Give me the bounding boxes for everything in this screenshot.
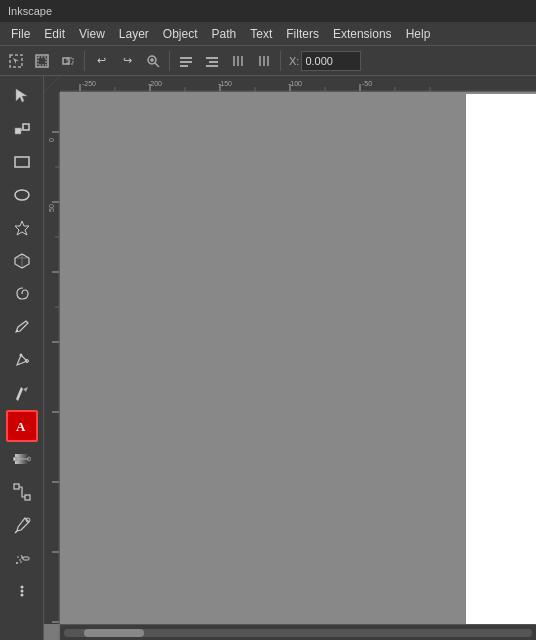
- svg-rect-23: [15, 157, 29, 167]
- tool-pen[interactable]: [6, 344, 38, 376]
- tool-connector[interactable]: [6, 476, 38, 508]
- toolbar-sep-1: [84, 51, 85, 71]
- toolbar-zoom-in[interactable]: [141, 49, 165, 73]
- menu-bar: File Edit View Layer Object Path Text Fi…: [0, 22, 536, 46]
- svg-marker-25: [15, 221, 29, 235]
- tool-rectangle[interactable]: [6, 146, 38, 178]
- ruler-left: 0 50: [44, 92, 60, 624]
- svg-line-6: [155, 63, 159, 67]
- svg-rect-41: [23, 557, 29, 560]
- menu-edit[interactable]: Edit: [37, 25, 72, 43]
- svg-rect-11: [180, 65, 188, 67]
- svg-rect-22: [23, 124, 29, 130]
- svg-text:-250: -250: [82, 80, 96, 87]
- canvas-area[interactable]: -250 -200 -150 -100 -50: [44, 76, 536, 640]
- title-text: Inkscape: [8, 5, 52, 17]
- document-page: [466, 94, 536, 624]
- scrollbar-horizontal[interactable]: [60, 624, 536, 640]
- left-toolbar: A: [0, 76, 44, 640]
- svg-rect-4: [67, 58, 73, 64]
- canvas-background: [60, 92, 466, 624]
- menu-text[interactable]: Text: [243, 25, 279, 43]
- main-area: A: [0, 76, 536, 640]
- menu-view[interactable]: View: [72, 25, 112, 43]
- scrollbar-thumb[interactable]: [84, 629, 144, 637]
- svg-point-40: [20, 561, 22, 563]
- svg-rect-2: [38, 57, 46, 65]
- svg-text:-150: -150: [218, 80, 232, 87]
- menu-object[interactable]: Object: [156, 25, 205, 43]
- svg-rect-33: [14, 484, 19, 489]
- menu-file[interactable]: File: [4, 25, 37, 43]
- svg-text:A: A: [16, 419, 26, 434]
- toolbar-select-touch[interactable]: [56, 49, 80, 73]
- tool-text[interactable]: A: [6, 410, 38, 442]
- svg-text:-50: -50: [362, 80, 372, 87]
- toolbar-select-in-all[interactable]: [30, 49, 54, 73]
- svg-rect-14: [206, 65, 218, 67]
- svg-rect-9: [180, 57, 192, 59]
- svg-rect-10: [180, 61, 192, 63]
- tool-pencil[interactable]: [6, 311, 38, 343]
- svg-text:0: 0: [48, 138, 55, 142]
- toolbar-undo[interactable]: ↩: [89, 49, 113, 73]
- toolbar-btn1[interactable]: [174, 49, 198, 73]
- toolbar: ↩ ↪: [0, 46, 536, 76]
- svg-point-26: [19, 354, 22, 357]
- svg-point-37: [19, 559, 21, 561]
- canvas-content[interactable]: [60, 92, 536, 624]
- tool-calligraphy[interactable]: [6, 377, 38, 409]
- ruler-corner: [44, 76, 60, 92]
- svg-rect-13: [209, 61, 218, 63]
- scrollbar-track: [64, 629, 532, 637]
- toolbar-btn2[interactable]: [200, 49, 224, 73]
- tool-eyedropper[interactable]: [6, 509, 38, 541]
- coord-x-input[interactable]: [301, 51, 361, 71]
- svg-text:50: 50: [48, 204, 55, 212]
- svg-text:-200: -200: [148, 80, 162, 87]
- menu-path[interactable]: Path: [205, 25, 244, 43]
- svg-rect-3: [63, 58, 69, 64]
- svg-point-24: [15, 190, 29, 200]
- coord-x-label: X:: [289, 55, 299, 67]
- svg-point-36: [16, 562, 18, 564]
- tool-node[interactable]: [6, 113, 38, 145]
- tool-ellipse[interactable]: [6, 179, 38, 211]
- tool-selector[interactable]: [6, 80, 38, 112]
- tool-3dbox[interactable]: [6, 245, 38, 277]
- toolbar-btn3[interactable]: [226, 49, 250, 73]
- ruler-top: -250 -200 -150 -100 -50: [60, 76, 536, 92]
- toolbar-redo[interactable]: ↪: [115, 49, 139, 73]
- svg-text:-100: -100: [288, 80, 302, 87]
- svg-rect-12: [206, 57, 218, 59]
- tool-spray[interactable]: [6, 542, 38, 574]
- tool-more[interactable]: [6, 575, 38, 607]
- menu-filters[interactable]: Filters: [279, 25, 326, 43]
- toolbar-sep-3: [280, 51, 281, 71]
- toolbar-select-all[interactable]: [4, 49, 28, 73]
- tool-star[interactable]: [6, 212, 38, 244]
- title-bar: Inkscape: [0, 0, 536, 22]
- toolbar-btn4[interactable]: [252, 49, 276, 73]
- svg-point-38: [17, 556, 19, 558]
- menu-extensions[interactable]: Extensions: [326, 25, 399, 43]
- tool-gradient[interactable]: [6, 443, 38, 475]
- menu-help[interactable]: Help: [399, 25, 438, 43]
- svg-point-44: [20, 594, 23, 597]
- menu-layer[interactable]: Layer: [112, 25, 156, 43]
- tool-spiral[interactable]: [6, 278, 38, 310]
- toolbar-sep-2: [169, 51, 170, 71]
- svg-point-42: [20, 586, 23, 589]
- svg-point-43: [20, 590, 23, 593]
- svg-rect-21: [15, 128, 21, 134]
- svg-rect-34: [25, 495, 30, 500]
